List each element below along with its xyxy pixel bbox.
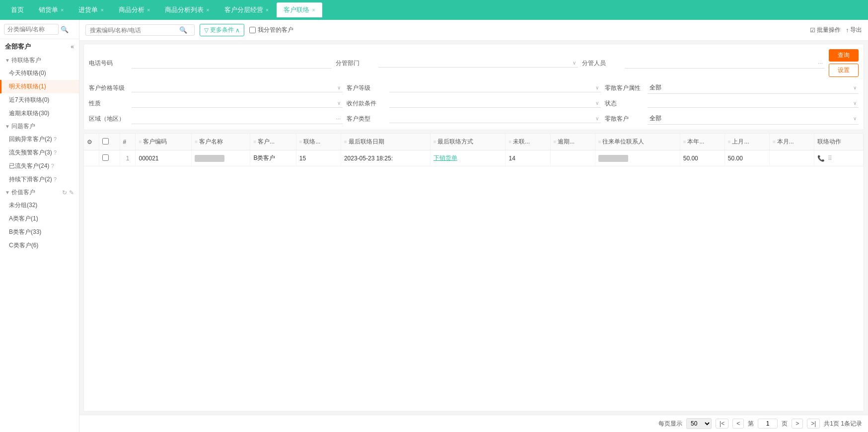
sidebar-item-overdue-contact[interactable]: 逾期未联络(30) (0, 107, 79, 120)
nav-tab-goods-analysis[interactable]: 商品分析 × (112, 2, 157, 17)
nav-tab-customer-segmentation[interactable]: 客户分层经营 × (217, 2, 276, 17)
sidebar-item-today-contact[interactable]: 今天待联络(0) (0, 67, 79, 80)
close-purchase-tab-icon[interactable]: × (100, 7, 103, 13)
retail-attr-select[interactable]: 全部 ∨ (648, 82, 859, 94)
gender-select[interactable]: ∨ (132, 99, 343, 108)
export-button[interactable]: ↑ 导出 (846, 26, 862, 34)
last-page-button[interactable]: >| (807, 419, 820, 429)
sidebar-item-declining[interactable]: 持续下滑客户(2) ? (0, 173, 79, 186)
td-unit-contact (595, 150, 680, 166)
sidebar-item-churn-warning[interactable]: 流失预警客户(3) ? (0, 146, 79, 159)
phone-input[interactable] (132, 58, 332, 69)
sidebar-item-class-c[interactable]: C类客户(6) (0, 239, 79, 252)
filter-row-4: 区域（地区） ··· 客户类型 ∨ 零散客户 全部 ∨ (89, 113, 859, 125)
dept-label: 分管部门 (336, 59, 375, 68)
th-last-contact-method[interactable]: 最后联络方式 (430, 134, 506, 150)
price-level-select[interactable]: ∨ (132, 83, 343, 92)
th-no-contact[interactable]: 未联... (506, 134, 550, 150)
th-overdue[interactable]: 逾期... (550, 134, 595, 150)
chevron-up-icon: ∧ (235, 27, 240, 34)
my-customer-checkbox[interactable]: 我分管的客户 (249, 26, 293, 34)
value-group-refresh-icon[interactable]: ↻ (62, 189, 67, 196)
nav-tab-sales[interactable]: 销货单 × (32, 2, 71, 17)
value-group-edit-icon[interactable]: ✎ (69, 189, 74, 196)
close-goods-analysis-list-tab-icon[interactable]: × (206, 7, 209, 13)
td-action: 📞 ⠿ (814, 150, 864, 166)
sidebar-item-class-a[interactable]: A类客户(1) (0, 212, 79, 225)
close-sales-tab-icon[interactable]: × (61, 7, 64, 13)
action-phone-icon[interactable]: 📞 (817, 155, 825, 162)
row-checkbox[interactable] (102, 154, 109, 161)
first-page-button[interactable]: |< (716, 419, 728, 429)
search-bar: 🔍 ▽ 更多条件 ∧ 我分管的客户 ☑ 批量操作 ↑ 导出 (79, 20, 868, 41)
payment-label: 收付款条件 (347, 99, 386, 108)
query-button[interactable]: 查询 (829, 49, 859, 62)
manager-dots[interactable]: ··· (818, 60, 823, 67)
sidebar-group-problem[interactable]: 问题客户 (0, 120, 79, 133)
close-customer-seg-tab-icon[interactable]: × (266, 7, 269, 13)
search-bar-icon[interactable]: 🔍 (179, 26, 187, 34)
region-select[interactable]: ··· (132, 114, 343, 124)
action-grid-icon[interactable]: ⠿ (828, 155, 832, 162)
prev-page-button[interactable]: < (732, 419, 744, 429)
th-last-month[interactable]: 上月... (724, 134, 769, 150)
th-gear[interactable]: ⚙ (84, 134, 99, 150)
dept-select[interactable]: ∨ (378, 59, 579, 68)
close-customer-contact-tab-icon[interactable]: × (312, 7, 315, 13)
sidebar-item-unclassified[interactable]: 未分组(32) (0, 199, 79, 212)
status-select[interactable]: ∨ (648, 99, 859, 108)
search-input[interactable] (90, 27, 179, 34)
th-action: 联络动作 (814, 134, 864, 150)
sidebar-item-7days-contact[interactable]: 近7天待联络(0) (0, 93, 79, 107)
sidebar-item-churned[interactable]: 已流失客户(24) ? (0, 159, 79, 173)
sidebar-search-input[interactable] (4, 24, 59, 35)
th-customer-name[interactable]: 客户名称 (192, 134, 250, 150)
settings-button[interactable]: 设置 (829, 64, 859, 77)
th-last-contact-date[interactable]: 最后联络日期 (341, 134, 430, 150)
status-chevron-icon: ∨ (853, 100, 857, 106)
last-contact-method-link[interactable]: 下销货单 (434, 154, 457, 161)
batch-operation-button[interactable]: ☑ 批量操作 (810, 26, 841, 34)
customer-level-select[interactable]: ∨ (389, 83, 600, 92)
nav-tab-purchase[interactable]: 进货单 × (72, 2, 110, 17)
customer-level-label: 客户等级 (347, 84, 386, 92)
td-this-year: 50.00 (680, 150, 724, 166)
nav-home[interactable]: 首页 (4, 2, 31, 17)
my-customer-check-input[interactable] (249, 27, 256, 33)
page-number-input[interactable] (758, 419, 778, 429)
td-contact-count: 15 (296, 150, 341, 166)
retail-customer-select[interactable]: 全部 ∨ (648, 113, 859, 125)
sidebar-item-class-b[interactable]: B类客户(33) (0, 225, 79, 239)
region-dots[interactable]: ··· (336, 115, 341, 122)
nav-tab-goods-analysis-list[interactable]: 商品分析列表 × (158, 2, 216, 17)
per-page-select[interactable]: 50 100 200 (686, 418, 712, 429)
filter-customer-type: 客户类型 ∨ (347, 114, 600, 123)
th-customer-type[interactable]: 客户... (250, 134, 296, 150)
sidebar-search-icon[interactable]: 🔍 (61, 26, 69, 33)
th-this-month[interactable]: 本月... (769, 134, 814, 150)
payment-select[interactable]: ∨ (389, 99, 600, 108)
th-unit-contact[interactable]: 往来单位联系人 (595, 134, 680, 150)
page-suffix-label: 页 (782, 420, 788, 428)
th-this-year[interactable]: 本年... (680, 134, 724, 150)
sidebar-group-value[interactable]: 价值客户 ↻ ✎ (0, 186, 79, 199)
page-prefix-label: 第 (748, 420, 754, 428)
manager-select[interactable]: ··· (625, 58, 825, 69)
sidebar-item-abnormal-repurchase[interactable]: 回购异常客户(2) ? (0, 133, 79, 146)
filter-status: 状态 ∨ (605, 99, 859, 108)
sidebar-group-pending[interactable]: 待联络客户 (0, 54, 79, 67)
payment-chevron-icon: ∨ (595, 100, 599, 106)
close-goods-analysis-tab-icon[interactable]: × (147, 7, 150, 13)
th-contact-count[interactable]: 联络... (296, 134, 341, 150)
customer-type-select[interactable]: ∨ (389, 114, 600, 123)
more-filter-button[interactable]: ▽ 更多条件 ∧ (200, 24, 244, 36)
th-customer-code[interactable]: 客户编码 (136, 134, 192, 150)
retail-attr-chevron-icon: ∨ (853, 85, 857, 90)
next-page-button[interactable]: > (792, 419, 803, 429)
nav-tab-customer-contact[interactable]: 客户联络 × (277, 2, 322, 17)
sidebar-all-customers[interactable]: 全部客户 « (0, 39, 79, 54)
filter-row-1: 电话号码 分管部门 ∨ 分管人员 ··· 查询 设置 (89, 49, 859, 77)
sidebar-item-tomorrow-contact[interactable]: 明天待联络(1) (0, 80, 79, 93)
td-last-contact-date: 2023-05-23 18:25: (341, 150, 430, 166)
select-all-checkbox[interactable] (102, 138, 109, 144)
